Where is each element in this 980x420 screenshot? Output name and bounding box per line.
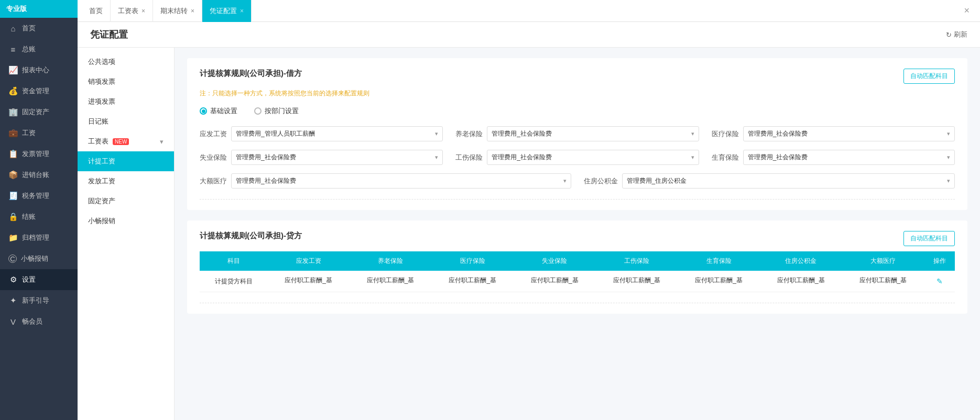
- credit-section-title: 计提核算规则(公司承担)-贷方: [200, 231, 302, 241]
- sidebar-item-ledger[interactable]: ≡ 总账: [0, 39, 78, 60]
- sidebar-item-stock[interactable]: 📦 进销台账: [0, 164, 78, 185]
- sidebar-item-home[interactable]: ⌂ 首页: [0, 18, 78, 39]
- nav-item-fixed-asset[interactable]: 固定资产: [78, 191, 174, 211]
- cell-action[interactable]: ✎: [924, 271, 955, 292]
- medical-label: 医疗保险: [712, 129, 739, 139]
- nav-item-pay-salary[interactable]: 发放工资: [78, 171, 174, 191]
- tab-home[interactable]: 首页: [82, 0, 111, 22]
- cell-maternity: 应付职工薪酬_基: [678, 271, 760, 292]
- refresh-button[interactable]: ↻ 刷新: [946, 30, 967, 39]
- radio-dept[interactable]: 按部门设置: [254, 106, 299, 116]
- nav-item-purchase-invoice[interactable]: 进项发票: [78, 92, 174, 112]
- cell-subject: 计提贷方科目: [200, 271, 267, 292]
- housing-label: 住房公积金: [584, 176, 618, 186]
- col-maternity: 生育保险: [678, 251, 760, 271]
- tab-bar: 首页 工资表 × 期末结转 × 凭证配置 × ×: [78, 0, 980, 22]
- close-period-icon: 🔒: [8, 212, 18, 222]
- cell-wage: 应付职工薪酬_基: [267, 271, 350, 292]
- pension-select-arrow: ▾: [691, 130, 694, 137]
- nav-item-expense[interactable]: 小畅报销: [78, 211, 174, 231]
- nav-item-accrual-salary[interactable]: 计提工资: [78, 151, 174, 171]
- housing-select[interactable]: 管理费用_住房公积金 ▾: [622, 173, 955, 189]
- content-layout: 公共选项 销项发票 进项发票 日记账 工资表 NEW ▾ 计提工资: [78, 48, 980, 420]
- col-unemployment: 失业保险: [514, 251, 596, 271]
- debit-section: 计提核算规则(公司承担)-借方 自动匹配科目 注：只能选择一种方式，系统将按照您…: [187, 58, 967, 210]
- tab-voucher-config-close[interactable]: ×: [240, 7, 244, 15]
- salary-icon: 💼: [8, 128, 18, 138]
- sidebar-item-report[interactable]: 📈 报表中心: [0, 60, 78, 81]
- injury-select[interactable]: 管理费用_社会保险费 ▾: [487, 150, 699, 165]
- debit-note: 注：只能选择一种方式，系统将按照您当前的选择来配置规则: [200, 89, 955, 98]
- edit-row-button[interactable]: ✎: [937, 277, 943, 285]
- credit-section: 计提核算规则(公司承担)-贷方 自动匹配科目 科目 应发工资 养老保险 医疗保险…: [187, 220, 967, 314]
- maternity-select[interactable]: 管理费用_社会保险费 ▾: [743, 150, 955, 165]
- big-medical-select[interactable]: 管理费用_社会保险费 ▾: [231, 173, 571, 189]
- xiaochang-icon: C: [8, 255, 17, 263]
- sidebar-item-fund[interactable]: 💰 资金管理: [0, 81, 78, 102]
- form-item-housing: 住房公积金 管理费用_住房公积金 ▾: [584, 173, 955, 189]
- debit-form-row1: 应发工资 管理费用_管理人员职工薪酬 ▾ 养老保险 管理费用_社会保险费 ▾: [200, 126, 955, 141]
- radio-basic[interactable]: 基础设置: [200, 106, 237, 116]
- sidebar-item-close[interactable]: 🔒 结账: [0, 206, 78, 227]
- col-action: 操作: [924, 251, 955, 271]
- page-title: 凭证配置: [90, 28, 128, 41]
- debit-auto-match-button[interactable]: 自动匹配科目: [903, 69, 955, 84]
- credit-table: 科目 应发工资 养老保险 医疗保险 失业保险 工伤保险 生育保险 住房公积金 大…: [200, 251, 955, 292]
- cell-pension: 应付职工薪酬_基: [350, 271, 432, 292]
- debit-section-header: 计提核算规则(公司承担)-借方 自动匹配科目: [200, 69, 955, 84]
- sidebar-item-xiaochang[interactable]: C 小畅报销: [0, 248, 78, 269]
- sidebar-item-guide[interactable]: ✦ 新手引导: [0, 290, 78, 311]
- new-badge: NEW: [113, 138, 129, 145]
- guide-icon: ✦: [8, 296, 18, 305]
- cell-unemployment: 应付职工薪酬_基: [514, 271, 596, 292]
- debit-section-title: 计提核算规则(公司承担)-借方: [200, 69, 302, 79]
- form-item-medical: 医疗保险 管理费用_社会保险费 ▾: [712, 126, 955, 141]
- table-row: 计提贷方科目 应付职工薪酬_基 应付职工薪酬_基 应付职工薪酬_基 应付职工薪酬…: [200, 271, 955, 292]
- pension-select[interactable]: 管理费用_社会保险费 ▾: [487, 126, 699, 141]
- debit-form-row3: 大额医疗 管理费用_社会保险费 ▾ 住房公积金 管理费用_住房公积金 ▾: [200, 173, 955, 189]
- wage-label: 应发工资: [200, 129, 227, 139]
- injury-label: 工伤保险: [455, 153, 483, 162]
- medical-select-arrow: ▾: [947, 130, 950, 137]
- wage-select-arrow: ▾: [435, 130, 438, 137]
- close-window-button[interactable]: ×: [957, 5, 976, 16]
- form-item-maternity: 生育保险 管理费用_社会保险费 ▾: [712, 150, 955, 165]
- sidebar-item-tax[interactable]: 🧾 税务管理: [0, 185, 78, 206]
- fund-icon: 💰: [8, 86, 18, 96]
- wage-select[interactable]: 管理费用_管理人员职工薪酬 ▾: [231, 126, 443, 141]
- medical-select[interactable]: 管理费用_社会保险费 ▾: [743, 126, 955, 141]
- form-item-injury: 工伤保险 管理费用_社会保险费 ▾: [455, 150, 699, 165]
- form-item-pension: 养老保险 管理费用_社会保险费 ▾: [455, 126, 699, 141]
- ledger-icon: ≡: [8, 45, 18, 54]
- sidebar-item-asset[interactable]: 🏢 固定资产: [0, 102, 78, 123]
- big-medical-label: 大额医疗: [200, 176, 227, 186]
- refresh-icon: ↻: [946, 31, 952, 39]
- report-icon: 📈: [8, 65, 18, 75]
- unemployment-select[interactable]: 管理费用_社会保险费 ▾: [231, 150, 443, 165]
- nav-item-sales-invoice[interactable]: 销项发票: [78, 72, 174, 92]
- tab-period-close[interactable]: 期末结转 ×: [153, 0, 202, 22]
- tab-payroll[interactable]: 工资表 ×: [111, 0, 153, 22]
- tab-period-close-close[interactable]: ×: [191, 7, 194, 15]
- big-medical-select-arrow: ▾: [563, 178, 567, 184]
- sidebar-item-salary[interactable]: 💼 工资: [0, 123, 78, 143]
- content-area: 计提核算规则(公司承担)-借方 自动匹配科目 注：只能选择一种方式，系统将按照您…: [175, 48, 980, 420]
- tab-payroll-close[interactable]: ×: [141, 7, 145, 15]
- credit-auto-match-button[interactable]: 自动匹配科目: [903, 231, 955, 246]
- sidebar-item-archive[interactable]: 📁 归档管理: [0, 227, 78, 248]
- sidebar-item-member[interactable]: V 畅会员: [0, 311, 78, 332]
- col-medical: 医疗保险: [431, 251, 514, 271]
- nav-item-public[interactable]: 公共选项: [78, 52, 174, 72]
- form-item-big-medical: 大额医疗 管理费用_社会保险费 ▾: [200, 173, 571, 189]
- tab-voucher-config[interactable]: 凭证配置 ×: [202, 0, 252, 22]
- sidebar-item-settings[interactable]: ⚙ 设置: [0, 269, 78, 290]
- nav-item-journal[interactable]: 日记账: [78, 112, 174, 131]
- invoice-icon: 📋: [8, 149, 18, 159]
- app-name: 专业版: [0, 0, 78, 18]
- sidebar-item-invoice[interactable]: 📋 发票管理: [0, 143, 78, 164]
- injury-select-arrow: ▾: [691, 154, 694, 161]
- archive-icon: 📁: [8, 233, 18, 242]
- nav-item-payroll-table[interactable]: 工资表 NEW ▾: [78, 131, 174, 151]
- stock-icon: 📦: [8, 170, 18, 180]
- form-item-unemployment: 失业保险 管理费用_社会保险费 ▾: [200, 150, 443, 165]
